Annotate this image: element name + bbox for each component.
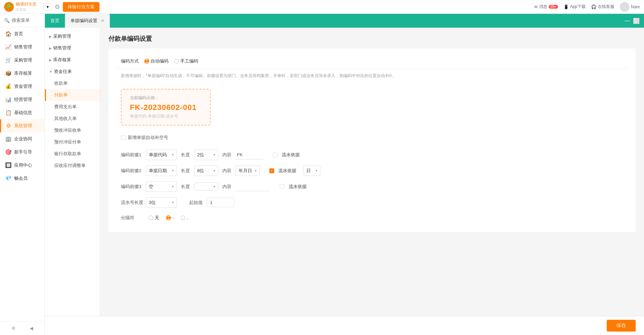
- logo: 🍀 畅通好生意 搭建版: [4, 2, 37, 12]
- length3-select[interactable]: ▾: [194, 183, 218, 190]
- waterfall2-unit-select[interactable]: 日 ▾: [303, 166, 320, 176]
- prefix3-label: 编码前缀3: [121, 184, 142, 190]
- sep-dash-radio[interactable]: -: [166, 215, 174, 220]
- guide-icon: 🎯: [5, 149, 11, 155]
- group-purchase-title[interactable]: ▶ 采购管理: [45, 30, 100, 42]
- sidebar-collapse-icon[interactable]: ◀: [30, 326, 33, 331]
- sidebar-item-guide[interactable]: 🎯 新手引导: [0, 146, 45, 159]
- start-value-label: 起始值: [189, 199, 203, 206]
- radio-manual-dot: [174, 59, 179, 64]
- waterfall3-checkbox[interactable]: [280, 184, 285, 189]
- length1-label: 长度: [181, 152, 190, 158]
- start-value-input[interactable]: [207, 198, 234, 207]
- prefix3-select[interactable]: 空 ▾: [146, 182, 177, 192]
- topbar-left: 🍀 畅通好生意 搭建版 ▾ ⚙ 体验行业方案: [4, 2, 99, 12]
- sidebar-item-system[interactable]: ⚙ 系统管理: [0, 119, 45, 132]
- tabbar-actions: — ⬜: [625, 18, 644, 24]
- waterfall1-label: 流水依据: [282, 152, 300, 158]
- minimize-icon[interactable]: —: [625, 18, 630, 24]
- sidebar-item-enterprise[interactable]: 🏢 企业协同: [0, 132, 45, 146]
- sidebar-item-purchase[interactable]: 🛒 采购管理: [0, 54, 45, 67]
- sub-item-ap-adjust[interactable]: 应收应付调整单: [45, 160, 100, 171]
- content1-label: 内容: [222, 152, 231, 158]
- encoding-method-row: 编码方式 自动编码 手工编码: [115, 54, 629, 69]
- app-download-btn[interactable]: 📱 App下载: [564, 4, 586, 10]
- sub-item-advance-receivable[interactable]: 预收冲应收单: [45, 124, 100, 136]
- finance-icon: 💰: [5, 83, 11, 90]
- waterfall2-checkbox[interactable]: ✓: [269, 168, 274, 173]
- chevron-down-icon: ▾: [172, 201, 174, 204]
- sub-item-payment[interactable]: 付款单: [45, 89, 100, 101]
- arrow-down-icon: ▼: [49, 70, 52, 74]
- auto-fill-checkbox[interactable]: [121, 135, 126, 140]
- settings-icon[interactable]: ⚙: [55, 3, 60, 11]
- info-text: 新增单据时，*单据编码*自动生成，不可编辑。前缀设置为部门、业务员等档案类，开单…: [115, 69, 629, 83]
- content2-select[interactable]: 年月日 ▾: [236, 166, 260, 176]
- group-capital-title[interactable]: ▼ 资金往来: [45, 66, 100, 77]
- online-service-btn[interactable]: 🎧 在线客服: [591, 4, 614, 10]
- length1-select[interactable]: 2位 ▾: [194, 150, 218, 160]
- experience-btn[interactable]: 体验行业方案: [63, 2, 99, 12]
- content1-input[interactable]: [236, 150, 263, 159]
- sep-none-radio[interactable]: 无: [148, 215, 159, 221]
- save-button[interactable]: 保存: [607, 320, 636, 332]
- sidebar-bottom: ⚙ ◀: [0, 321, 45, 335]
- radio-auto-dot: [144, 59, 149, 64]
- form-row-serial: 流水号长度 3位 ▾ 起始值: [121, 195, 623, 211]
- form-row-separator: 分隔符 无 - .: [121, 212, 623, 224]
- sub-item-bank-deposit[interactable]: 银行存取款单: [45, 148, 100, 160]
- group-inventory-title[interactable]: ▶ 库存核算: [45, 54, 100, 66]
- arrow-icon: ▶: [49, 46, 52, 50]
- length2-select[interactable]: 8位 ▾: [194, 166, 218, 176]
- prefix2-select[interactable]: 单据日期 ▾: [146, 166, 177, 176]
- radio-manual[interactable]: 手工编码: [174, 58, 198, 64]
- sidebar-item-apps[interactable]: 🔲 应用中心: [0, 159, 45, 172]
- auto-fill-label: 新增单据自动补空号: [128, 134, 168, 141]
- sidebar-item-inventory[interactable]: 📦 库存核算: [0, 67, 45, 80]
- sub-item-receipt[interactable]: 收款单: [45, 77, 100, 89]
- message-btn[interactable]: ✉ 消息 99+: [534, 4, 558, 10]
- group-sales-title[interactable]: ▶ 销售管理: [45, 42, 100, 54]
- tab-close-btn[interactable]: ✕: [101, 18, 104, 23]
- content3-input[interactable]: [236, 182, 270, 191]
- sidebar-item-finance[interactable]: 💰 资金管理: [0, 80, 45, 93]
- waterfall1-checkbox[interactable]: [273, 152, 278, 157]
- operations-icon: 📊: [5, 96, 11, 103]
- sidebar-item-operations[interactable]: 📊 经营管理: [0, 93, 45, 106]
- group-inventory: ▶ 库存核算: [45, 54, 100, 66]
- sidebar-item-vip[interactable]: 💎 畅会员: [0, 172, 45, 185]
- user-profile[interactable]: Nare: [620, 2, 640, 12]
- sep-dot-radio[interactable]: .: [181, 215, 188, 220]
- prefix1-select[interactable]: 单据代码 ▾: [146, 150, 177, 160]
- nav-dropdown[interactable]: ▾: [44, 3, 52, 11]
- sidebar-item-basic[interactable]: 📋 基础信息: [0, 106, 45, 119]
- group-purchase: ▶ 采购管理: [45, 30, 100, 42]
- encoding-method-label: 编码方式: [121, 58, 139, 64]
- sub-item-other-income[interactable]: 其他收入单: [45, 113, 100, 124]
- length3-label: 长度: [181, 184, 190, 190]
- code-preview-desc: 单据代码-单据日期-流水号: [130, 113, 202, 119]
- sub-item-advance-payable[interactable]: 预付冲应付单: [45, 136, 100, 148]
- tab-serial-settings[interactable]: 单据编码设置 ✕: [65, 14, 110, 28]
- tab-home[interactable]: 首页: [45, 14, 65, 28]
- maximize-icon[interactable]: ⬜: [633, 18, 640, 24]
- apps-icon: 🔲: [5, 162, 11, 168]
- sidebar-item-sales[interactable]: 📈 销售管理: [0, 40, 45, 54]
- form-section: 编码前缀1 单据代码 ▾ 长度 2位 ▾ 内容: [115, 144, 629, 226]
- code-preview-wrapper: 当前编码示例： FK-20230602-001 单据代码-单据日期-流水号: [115, 83, 629, 131]
- topbar-nav: ▾ ⚙: [44, 3, 60, 11]
- search-menu[interactable]: 🔍 搜索菜单: [0, 14, 45, 27]
- sidebar-settings-icon[interactable]: ⚙: [11, 326, 16, 331]
- radio-auto[interactable]: 自动编码: [144, 58, 169, 64]
- sales-icon: 📈: [5, 44, 11, 50]
- prefix1-label: 编码前缀1: [121, 152, 142, 158]
- sub-item-expense[interactable]: 费用支出单: [45, 101, 100, 113]
- sidebar-item-home[interactable]: 🏠 首页: [0, 27, 45, 40]
- content2-label: 内容: [222, 168, 231, 174]
- purchase-icon: 🛒: [5, 57, 11, 63]
- chevron-down-icon: ▾: [213, 185, 215, 188]
- headset-icon: 🎧: [591, 4, 596, 9]
- form-row-prefix2: 编码前缀2 单据日期 ▾ 长度 8位 ▾ 内容: [121, 163, 623, 179]
- main-layout: 🔍 搜索菜单 🏠 首页 📈 销售管理 🛒 采购管理 📦 库存核算 💰 资金管理 …: [0, 14, 644, 335]
- serial-length-select[interactable]: 3位 ▾: [146, 197, 177, 208]
